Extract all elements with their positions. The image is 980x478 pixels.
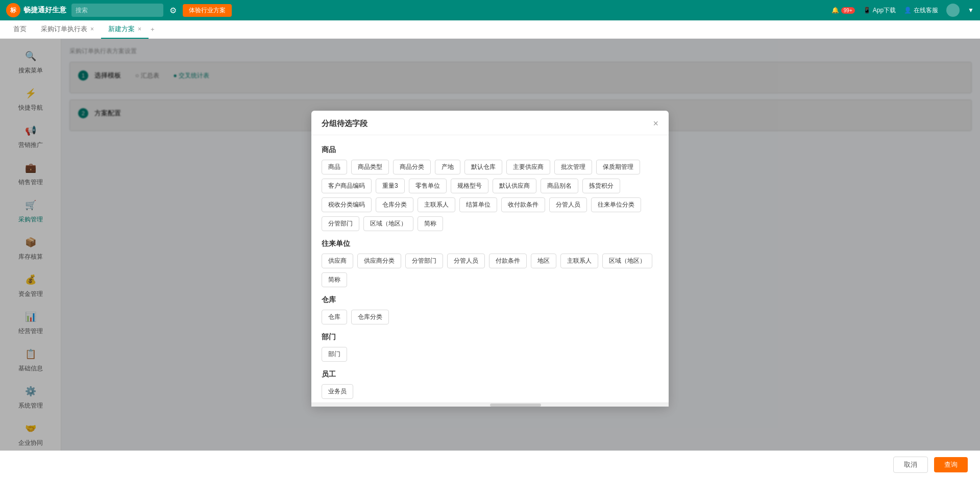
modal-title: 分组待选字段 (322, 119, 368, 129)
field-tag-region-goods[interactable]: 区域（地区） (363, 216, 413, 231)
tab-purchase-close[interactable]: × (90, 26, 94, 33)
logo: 标 畅捷通好生意 (6, 3, 67, 17)
tab-new-plan-label: 新建方案 (108, 24, 135, 34)
field-tag-short-name[interactable]: 简称 (418, 216, 443, 231)
field-tag-customer-code[interactable]: 客户商品编码 (322, 179, 372, 193)
notification-badge: 99+ (841, 7, 855, 14)
field-group-goods: 商品 商品类型 商品分类 产地 默认仓库 主要供应商 批次管理 保质期管理 客户… (322, 160, 658, 231)
tab-new-plan-close[interactable]: × (138, 26, 141, 33)
field-tag-main-supplier[interactable]: 主要供应商 (506, 160, 550, 174)
search-input[interactable] (71, 4, 163, 17)
section-title-warehouse: 仓库 (322, 295, 658, 305)
field-group-department: 部门 (322, 347, 658, 362)
field-tag-partner-short[interactable]: 简称 (322, 272, 347, 287)
field-tag-goods-alias[interactable]: 商品别名 (541, 179, 578, 193)
field-tag-default-supplier[interactable]: 默认供应商 (493, 179, 536, 193)
field-tag-shelf-life[interactable]: 保质期管理 (596, 160, 640, 174)
field-tag-warehouse-cat[interactable]: 仓库分类 (376, 197, 413, 212)
tab-purchase-label: 采购订单执行表 (41, 24, 87, 34)
field-tag-department[interactable]: 部门 (322, 347, 347, 362)
field-tag-partner-contact[interactable]: 主联系人 (560, 254, 598, 268)
field-tag-weight[interactable]: 重量3 (376, 179, 405, 193)
field-tag-supplier[interactable]: 供应商 (322, 254, 353, 268)
user-arrow: ▼ (968, 7, 974, 14)
logo-text: 畅捷通好生意 (23, 6, 66, 15)
field-tag-spec[interactable]: 规格型号 (451, 179, 488, 193)
cancel-button[interactable]: 取消 (893, 457, 928, 473)
notification-item[interactable]: 🔔 99+ (831, 7, 855, 14)
gear-icon[interactable]: ⚙ (167, 4, 179, 17)
field-tag-tax-code[interactable]: 税收分类编码 (322, 197, 372, 212)
footer-bar: 取消 查询 (0, 450, 980, 478)
field-tag-region-partner[interactable]: 区域（地区） (602, 254, 652, 268)
tab-new-plan[interactable]: 新建方案 × (101, 20, 149, 39)
tab-home[interactable]: 首页 (6, 20, 34, 39)
avatar[interactable] (946, 4, 960, 17)
online-service-label: 在线客服 (914, 6, 938, 15)
field-tag-dept[interactable]: 分管部门 (322, 216, 359, 231)
field-group-partner: 供应商 供应商分类 分管部门 分管人员 付款条件 地区 主联系人 区域（地区） … (322, 254, 658, 287)
field-tag-salesperson[interactable]: 业务员 (322, 384, 353, 399)
tabbar: 首页 采购订单执行表 × 新建方案 × + (0, 20, 980, 39)
field-tag-retail-unit[interactable]: 零售单位 (409, 179, 447, 193)
field-tag-partner-supervisor[interactable]: 分管人员 (447, 254, 485, 268)
field-tag-goods[interactable]: 商品 (322, 160, 347, 174)
field-tag-supplier-cat[interactable]: 供应商分类 (357, 254, 401, 268)
field-tag-goods-category[interactable]: 商品分类 (393, 160, 431, 174)
confirm-button[interactable]: 查询 (934, 457, 968, 472)
field-tag-batch[interactable]: 批次管理 (554, 160, 592, 174)
topbar-right: 🔔 99+ 📱 App下载 👤 在线客服 ▼ (831, 4, 974, 17)
modal-overlay: 分组待选字段 × 商品 商品 商品类型 商品分类 产地 默认仓库 主要供应商 批… (0, 39, 980, 478)
field-tag-payment-terms[interactable]: 收付款条件 (501, 197, 545, 212)
modal-scroll-thumb (490, 404, 541, 407)
tab-add-icon[interactable]: + (151, 26, 155, 33)
field-tag-warehouse[interactable]: 仓库 (322, 310, 347, 324)
modal-scrollbar[interactable] (311, 402, 669, 407)
field-tag-goods-type[interactable]: 商品类型 (351, 160, 389, 174)
online-service-item[interactable]: 👤 在线客服 (904, 6, 938, 15)
section-title-employee: 员工 (322, 370, 658, 379)
field-tag-settle-unit[interactable]: 结算单位 (459, 197, 497, 212)
field-tag-origin[interactable]: 产地 (435, 160, 460, 174)
field-tag-partner-cat[interactable]: 往来单位分类 (591, 197, 641, 212)
modal-close-button[interactable]: × (653, 119, 658, 128)
field-tag-default-warehouse[interactable]: 默认仓库 (464, 160, 502, 174)
field-tag-supervisor[interactable]: 分管人员 (549, 197, 587, 212)
tab-home-label: 首页 (13, 24, 27, 34)
field-tag-pick-points[interactable]: 拣货积分 (582, 179, 620, 193)
modal-header: 分组待选字段 × (311, 111, 669, 135)
service-icon: 👤 (904, 7, 912, 14)
app-download-label: App下载 (873, 6, 896, 15)
field-tag-partner-dept[interactable]: 分管部门 (405, 254, 443, 268)
phone-icon: 📱 (863, 7, 871, 14)
field-tag-main-contact[interactable]: 主联系人 (418, 197, 455, 212)
field-tag-warehouse-category[interactable]: 仓库分类 (351, 310, 389, 324)
field-group-employee: 业务员 (322, 384, 658, 399)
app-download-item[interactable]: 📱 App下载 (863, 6, 896, 15)
section-title-goods: 商品 (322, 145, 658, 155)
section-title-partner: 往来单位 (322, 239, 658, 248)
topbar: 标 畅捷通好生意 ⚙ 体验行业方案 🔔 99+ 📱 App下载 👤 在线客服 ▼ (0, 0, 980, 20)
section-title-department: 部门 (322, 333, 658, 342)
logo-icon: 标 (6, 3, 20, 17)
field-tag-area[interactable]: 地区 (531, 254, 556, 268)
tab-purchase-list[interactable]: 采购订单执行表 × (34, 20, 101, 39)
notification-icon: 🔔 (831, 7, 839, 14)
field-selection-modal: 分组待选字段 × 商品 商品 商品类型 商品分类 产地 默认仓库 主要供应商 批… (311, 111, 669, 407)
experience-button[interactable]: 体验行业方案 (183, 4, 232, 17)
modal-body: 商品 商品 商品类型 商品分类 产地 默认仓库 主要供应商 批次管理 保质期管理… (311, 135, 669, 402)
field-tag-pay-terms[interactable]: 付款条件 (489, 254, 527, 268)
field-group-warehouse: 仓库 仓库分类 (322, 310, 658, 324)
